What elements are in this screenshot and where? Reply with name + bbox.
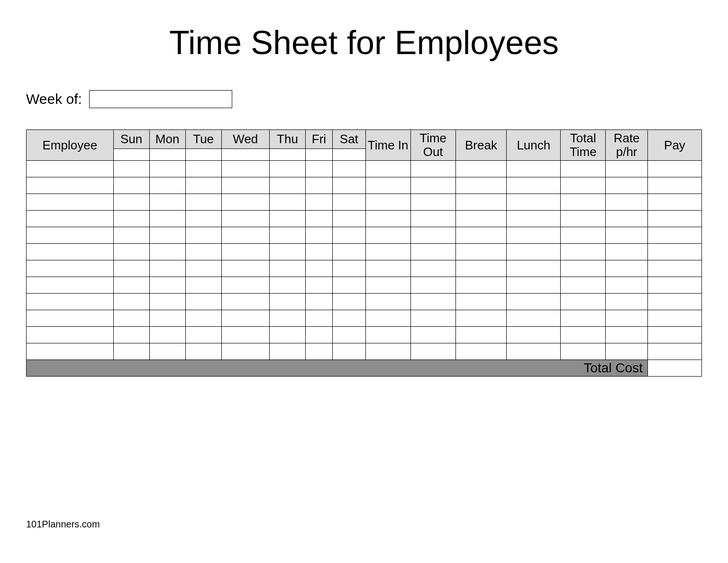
cell[interactable] <box>507 310 561 327</box>
cell[interactable] <box>561 327 606 343</box>
cell[interactable] <box>606 161 648 177</box>
cell[interactable] <box>185 194 221 211</box>
cell[interactable] <box>185 310 221 327</box>
cell[interactable] <box>507 327 561 343</box>
cell[interactable] <box>149 310 185 327</box>
cell[interactable] <box>410 244 455 260</box>
cell[interactable] <box>221 161 269 177</box>
cell[interactable] <box>647 161 701 177</box>
cell[interactable] <box>269 260 305 277</box>
cell[interactable] <box>221 277 269 294</box>
cell[interactable] <box>507 227 561 244</box>
cell[interactable] <box>507 244 561 260</box>
cell[interactable] <box>332 177 365 194</box>
week-of-input[interactable] <box>89 90 232 108</box>
cell[interactable] <box>113 211 149 227</box>
cell[interactable] <box>185 177 221 194</box>
cell[interactable] <box>561 294 606 310</box>
cell[interactable] <box>332 294 365 310</box>
cell[interactable] <box>455 194 507 211</box>
cell[interactable] <box>185 244 221 260</box>
cell[interactable] <box>113 327 149 343</box>
cell[interactable] <box>507 177 561 194</box>
cell[interactable] <box>305 244 332 260</box>
cell[interactable] <box>561 211 606 227</box>
subhead-sat[interactable] <box>332 149 365 161</box>
cell[interactable] <box>332 194 365 211</box>
cell[interactable] <box>507 294 561 310</box>
cell[interactable] <box>647 310 701 327</box>
cell[interactable] <box>305 343 332 360</box>
cell[interactable] <box>149 227 185 244</box>
cell[interactable] <box>221 177 269 194</box>
cell[interactable] <box>606 194 648 211</box>
cell[interactable] <box>365 327 410 343</box>
cell[interactable] <box>221 260 269 277</box>
cell[interactable] <box>149 177 185 194</box>
cell[interactable] <box>455 310 507 327</box>
cell[interactable] <box>305 227 332 244</box>
cell[interactable] <box>606 260 648 277</box>
cell[interactable] <box>647 343 701 360</box>
cell[interactable] <box>221 343 269 360</box>
cell[interactable] <box>410 161 455 177</box>
cell[interactable] <box>647 327 701 343</box>
cell[interactable] <box>305 294 332 310</box>
cell[interactable] <box>185 294 221 310</box>
cell[interactable] <box>410 343 455 360</box>
cell[interactable] <box>185 211 221 227</box>
cell[interactable] <box>27 194 114 211</box>
cell[interactable] <box>507 211 561 227</box>
cell[interactable] <box>269 211 305 227</box>
cell[interactable] <box>305 327 332 343</box>
cell[interactable] <box>332 277 365 294</box>
cell[interactable] <box>410 294 455 310</box>
cell[interactable] <box>561 343 606 360</box>
cell[interactable] <box>455 211 507 227</box>
cell[interactable] <box>410 310 455 327</box>
cell[interactable] <box>113 260 149 277</box>
cell[interactable] <box>365 161 410 177</box>
cell[interactable] <box>561 194 606 211</box>
cell[interactable] <box>185 227 221 244</box>
cell[interactable] <box>149 161 185 177</box>
cell[interactable] <box>27 211 114 227</box>
cell[interactable] <box>606 211 648 227</box>
cell[interactable] <box>27 277 114 294</box>
cell[interactable] <box>410 327 455 343</box>
cell[interactable] <box>221 194 269 211</box>
cell[interactable] <box>561 161 606 177</box>
cell[interactable] <box>269 277 305 294</box>
cell[interactable] <box>455 277 507 294</box>
cell[interactable] <box>332 260 365 277</box>
cell[interactable] <box>410 260 455 277</box>
cell[interactable] <box>606 227 648 244</box>
cell[interactable] <box>221 211 269 227</box>
cell[interactable] <box>606 310 648 327</box>
cell[interactable] <box>365 211 410 227</box>
cell[interactable] <box>332 161 365 177</box>
cell[interactable] <box>149 343 185 360</box>
cell[interactable] <box>365 244 410 260</box>
cell[interactable] <box>507 161 561 177</box>
cell[interactable] <box>507 194 561 211</box>
cell[interactable] <box>269 227 305 244</box>
cell[interactable] <box>269 177 305 194</box>
cell[interactable] <box>365 260 410 277</box>
cell[interactable] <box>561 260 606 277</box>
cell[interactable] <box>27 161 114 177</box>
cell[interactable] <box>27 310 114 327</box>
cell[interactable] <box>365 294 410 310</box>
cell[interactable] <box>410 211 455 227</box>
cell[interactable] <box>221 327 269 343</box>
cell[interactable] <box>113 177 149 194</box>
subhead-fri[interactable] <box>305 149 332 161</box>
cell[interactable] <box>269 343 305 360</box>
cell[interactable] <box>305 211 332 227</box>
cell[interactable] <box>113 161 149 177</box>
cell[interactable] <box>365 194 410 211</box>
cell[interactable] <box>149 194 185 211</box>
cell[interactable] <box>269 161 305 177</box>
cell[interactable] <box>305 161 332 177</box>
cell[interactable] <box>113 277 149 294</box>
